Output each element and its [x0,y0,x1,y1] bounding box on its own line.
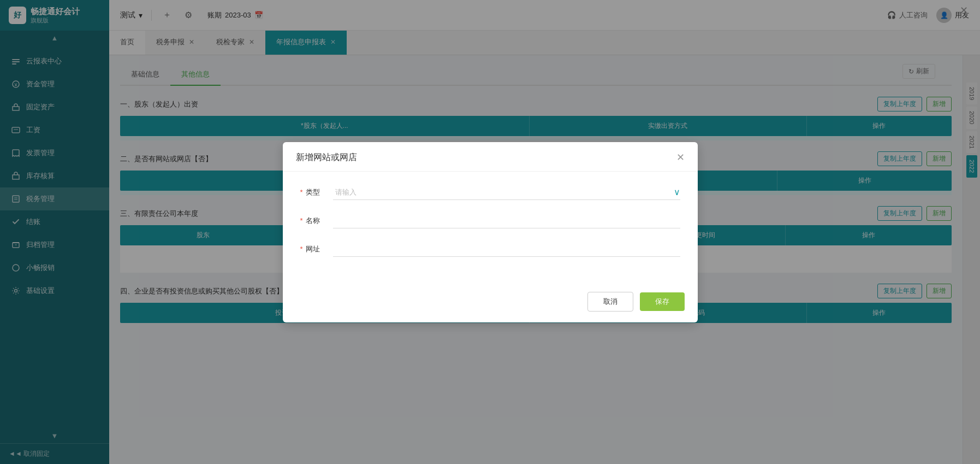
type-input[interactable] [333,185,674,199]
modal-body: * 类型 ∨ * 名称 * 网址 [283,172,698,283]
save-button[interactable]: 保存 [640,292,685,311]
type-select-wrap: ∨ [333,185,680,200]
url-input[interactable] [333,242,680,257]
cancel-button[interactable]: 取消 [587,292,633,312]
modal-footer: 取消 保存 [283,283,698,322]
form-label-url: * 网址 [300,244,333,254]
name-input[interactable] [333,213,680,228]
form-item-type: * 类型 ∨ [300,185,680,200]
modal-header: 新增网站或网店 ✕ [283,142,698,172]
form-item-url: * 网址 [300,242,680,257]
modal-overlay[interactable]: 新增网站或网店 ✕ * 类型 ∨ * 名称 [0,0,980,464]
form-item-name: * 名称 [300,213,680,228]
type-dropdown-icon[interactable]: ∨ [674,187,680,197]
modal-add-website: 新增网站或网店 ✕ * 类型 ∨ * 名称 [283,142,698,322]
required-mark-type: * [300,188,303,196]
required-mark-url: * [300,245,303,253]
form-label-type: * 类型 [300,187,333,197]
modal-title: 新增网站或网店 [296,152,357,163]
form-label-name: * 名称 [300,216,333,226]
required-mark-name: * [300,216,303,225]
modal-close-button[interactable]: ✕ [676,152,685,162]
